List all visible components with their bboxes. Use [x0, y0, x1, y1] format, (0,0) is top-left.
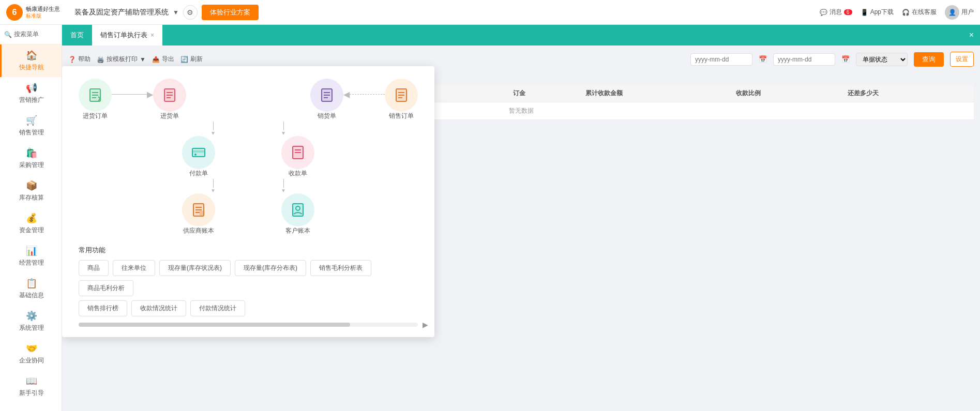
arrow-purchase-order-to-bill: ▶ — [112, 89, 153, 99]
sidebar-item-marketing[interactable]: 📢 营销推广 — [0, 77, 62, 110]
qf-title: 常用功能 — [79, 246, 418, 255]
logo-icon: 6 — [6, 4, 23, 21]
qf-btn-payment-stat[interactable]: 付款情况统计 — [190, 300, 245, 316]
system-title-area: 装备及固定资产辅助管理系统 ▼ ⚙ 体验行业方案 — [68, 5, 820, 20]
arrow-payment-down: ▼ — [182, 179, 244, 193]
qf-btn-product[interactable]: 商品 — [79, 260, 109, 276]
flow-col-purchase-order: 进货订单 — [79, 79, 112, 120]
qf-btn-sales-rank[interactable]: 销售排行榜 — [79, 300, 127, 316]
sidebar-item-operation[interactable]: 📊 经营管理 — [0, 240, 62, 272]
message-action[interactable]: 💬 消息 6 — [820, 8, 852, 17]
header-right: 💬 消息 6 📱 App下载 🎧 在线客服 👤 用户 — [820, 5, 974, 20]
search-icon: 🔍 — [4, 31, 12, 38]
qf-btn-stock-dist[interactable]: 现存量(库存分布表) — [235, 260, 306, 276]
service-action[interactable]: 🎧 在线客服 — [902, 8, 937, 17]
payment-circle[interactable] — [182, 136, 215, 169]
flow-col-sale-bill: 销货单 — [310, 79, 343, 120]
sidebar-item-basic[interactable]: 📋 基础信息 — [0, 272, 62, 305]
qf-btn-receipt-stat[interactable]: 收款情况统计 — [131, 300, 186, 316]
finance-icon: 💰 — [26, 212, 37, 224]
popup-scrollbar-thumb[interactable] — [79, 323, 350, 327]
tab-close-btn[interactable]: × — [150, 32, 154, 39]
receipt-circle[interactable] — [281, 136, 314, 169]
purchase-bill-label: 进货单 — [160, 112, 179, 120]
operation-icon: 📊 — [26, 245, 37, 256]
tab-home[interactable]: 首页 — [62, 25, 92, 45]
arrow-receipt-down: ▼ — [252, 179, 314, 193]
phone-icon: 📱 — [861, 9, 868, 16]
customer-ledger-label: 客户账本 — [285, 226, 310, 235]
sidebar-item-corp[interactable]: 🤝 企业协同 — [0, 338, 62, 370]
app-download-action[interactable]: 📱 App下载 — [861, 8, 894, 17]
qf-btn-sale-margin[interactable]: 销售毛利分析表 — [310, 260, 371, 276]
close-all-btn[interactable]: × — [963, 31, 980, 40]
basic-icon: 📋 — [26, 278, 37, 289]
system-dropdown-btn[interactable]: ▼ — [173, 9, 179, 16]
sidebar-item-quick[interactable]: 🏠 快捷导航 — [0, 44, 62, 77]
system-title-text: 装备及固定资产辅助管理系统 — [74, 8, 169, 17]
guide-icon: 📖 — [26, 375, 37, 387]
arrow-purchase-bill-down: ▼ — [182, 121, 244, 136]
inventory-icon: 📦 — [26, 180, 37, 191]
sale-order-circle[interactable] — [385, 79, 418, 112]
customer-ledger-circle[interactable] — [281, 193, 314, 226]
sale-order-label: 销售订单 — [389, 112, 414, 120]
popup-scrollbar-track[interactable]: ▶ — [79, 323, 418, 327]
message-badge: 6 — [844, 9, 852, 15]
sidebar-item-inventory[interactable]: 📦 库存核算 — [0, 175, 62, 207]
flow-col-receipt: 收款单 — [281, 136, 314, 178]
corp-icon: 🤝 — [26, 343, 37, 354]
popup-overlay: 进货订单 ▶ — [62, 45, 980, 411]
purchase-bill-circle[interactable] — [153, 79, 186, 112]
sale-bill-circle[interactable] — [310, 79, 343, 112]
sidebar-item-sales[interactable]: 🛒 销售管理 — [0, 110, 62, 142]
trial-btn[interactable]: 体验行业方案 — [202, 5, 259, 20]
system-icon: ⚙️ — [26, 310, 37, 322]
tab-bar: 首页 销售订单执行表 × × — [62, 25, 980, 45]
sale-bill-label: 销货单 — [318, 112, 336, 120]
home-icon: 🏠 — [26, 50, 37, 61]
arrow-sale-bill-down: ▼ — [252, 121, 314, 136]
svg-point-23 — [194, 154, 197, 156]
flow-col-customer-ledger: 客户账本 — [281, 193, 314, 235]
sidebar-item-finance[interactable]: 💰 资金管理 — [0, 207, 62, 240]
sidebar-search[interactable]: 🔍 搜索菜单 — [0, 25, 62, 44]
qf-btn-product-margin[interactable]: 商品毛利分析 — [79, 280, 133, 296]
headset-icon: 🎧 — [902, 9, 910, 16]
sidebar-item-purchase[interactable]: 🛍️ 采购管理 — [0, 142, 62, 175]
flow-diagram: 进货订单 ▶ — [79, 79, 418, 235]
arrow-sale-order-to-bill: ◀ — [343, 89, 385, 99]
supplier-ledger-circle[interactable] — [182, 193, 215, 226]
qf-btn-counterpart[interactable]: 往来单位 — [113, 260, 155, 276]
purchase-order-circle[interactable] — [79, 79, 112, 112]
marketing-icon: 📢 — [26, 82, 37, 94]
quick-functions: 常用功能 商品 往来单位 现存量(库存状况表) 现存量(库存分布表) 销售毛利分… — [79, 246, 418, 316]
purchase-order-label: 进货订单 — [83, 112, 108, 120]
popup-box: 进货订单 ▶ — [62, 66, 434, 337]
avatar: 👤 — [945, 5, 959, 20]
settings-btn[interactable]: ⚙ — [183, 5, 198, 20]
qf-btn-stock-status[interactable]: 现存量(库存状况表) — [159, 260, 231, 276]
flow-col-purchase-bill: 进货单 — [153, 79, 186, 120]
logo-area: 6 畅康通好生意 标准版 — [6, 4, 68, 21]
receipt-label: 收款单 — [289, 169, 307, 178]
user-action[interactable]: 👤 用户 — [945, 5, 974, 20]
sidebar-item-guide[interactable]: 📖 新手引导 — [0, 370, 62, 403]
popup-scroll-right-arrow[interactable]: ▶ — [423, 321, 428, 329]
supplier-ledger-label: 供应商账本 — [183, 226, 214, 235]
svg-rect-22 — [192, 150, 205, 153]
logo-text: 畅康通好生意 标准版 — [26, 5, 60, 19]
svg-rect-33 — [200, 211, 204, 215]
main-layout: 🔍 搜索菜单 🏠 快捷导航 📢 营销推广 🛒 销售管理 🛍️ 采购管理 📦 库存… — [0, 25, 980, 411]
sidebar-item-system[interactable]: ⚙️ 系统管理 — [0, 305, 62, 338]
top-header: 6 畅康通好生意 标准版 装备及固定资产辅助管理系统 ▼ ⚙ 体验行业方案 💬 … — [0, 0, 980, 25]
payment-label: 付款单 — [189, 169, 208, 178]
qf-row-1: 商品 往来单位 现存量(库存状况表) 现存量(库存分布表) 销售毛利分析表 商品… — [79, 260, 418, 296]
flow-col-supplier-ledger: 供应商账本 — [182, 193, 215, 235]
tab-sales-order[interactable]: 销售订单执行表 × — [92, 25, 162, 45]
purchase-icon: 🛍️ — [26, 147, 37, 159]
content-area: 首页 销售订单执行表 × × ❓ 帮助 🖨️ 按模板打印 ▼ — [62, 25, 980, 411]
qf-row-2: 销售排行榜 收款情况统计 付款情况统计 — [79, 300, 418, 316]
flow-col-payment: 付款单 — [182, 136, 215, 178]
sales-icon: 🛒 — [26, 115, 37, 126]
